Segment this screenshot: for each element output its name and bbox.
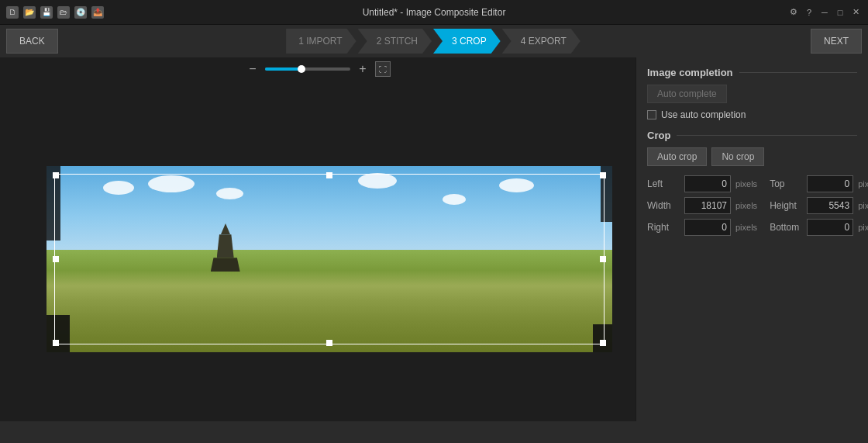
right-field-row: Right pixels [647, 219, 757, 236]
panorama-image [46, 166, 612, 352]
main-area: − + ⛶ [0, 57, 868, 421]
step-stitch[interactable]: 2 STITCH [358, 29, 432, 54]
maximize-icon[interactable]: □ [834, 6, 846, 19]
cloud-2 [148, 175, 195, 192]
close-icon[interactable]: ✕ [849, 6, 862, 19]
use-auto-completion-checkbox[interactable] [647, 110, 656, 119]
window-controls: ⚙ ? ─ □ ✕ [787, 6, 862, 19]
auto-crop-button[interactable]: Auto crop [647, 147, 707, 166]
mont-saint-michel [211, 223, 240, 272]
left-field-row: Left pixels [647, 175, 757, 192]
open-image-icon[interactable]: 🗁 [57, 6, 70, 19]
window-title: Untitled* - Image Composite Editor [363, 7, 506, 18]
base [211, 258, 240, 272]
bottom-input[interactable] [807, 219, 853, 236]
width-input[interactable] [684, 197, 731, 214]
cloud-4 [358, 173, 397, 189]
titlebar: 🗋 📂 💾 🗁 💿 📤 Untitled* - Image Composite … [0, 0, 868, 25]
dark-edge-bottom-left [46, 315, 70, 352]
step-import[interactable]: 1 IMPORT [286, 29, 356, 54]
left-input[interactable] [684, 175, 731, 192]
right-input[interactable] [684, 219, 731, 236]
height-label: Height [770, 200, 802, 211]
right-label: Right [647, 222, 680, 233]
settings-icon[interactable]: ⚙ [787, 6, 800, 19]
wizard-steps: 1 IMPORT 2 STITCH 3 CROP 4 EXPORT [286, 29, 582, 54]
step-export[interactable]: 4 EXPORT [502, 29, 580, 54]
zoom-in-button[interactable]: + [355, 61, 370, 77]
bottom-field-row: Bottom pixels [770, 219, 868, 236]
sky-layer [46, 166, 612, 250]
top-unit: pixels [858, 179, 868, 189]
save-icon[interactable]: 💿 [74, 6, 87, 19]
canvas-area: − + ⛶ [0, 57, 636, 421]
use-auto-completion-label: Use auto completion [661, 109, 746, 120]
left-unit: pixels [735, 179, 757, 189]
fit-to-window-button[interactable]: ⛶ [375, 61, 391, 77]
cloud-1 [103, 181, 134, 195]
width-unit: pixels [735, 201, 757, 210]
step-stitch-label: 2 STITCH [377, 36, 418, 47]
right-panel: Image completion Auto complete Use auto … [636, 57, 868, 421]
dark-edge-bottom-right [593, 324, 612, 352]
zoom-slider[interactable] [265, 67, 350, 71]
zoom-slider-thumb[interactable] [298, 65, 305, 73]
crop-fields: Left pixels Top pixels Width pixels [647, 175, 857, 236]
back-button[interactable]: BACK [6, 29, 58, 54]
zoom-toolbar: − + ⛶ [0, 57, 636, 81]
minimize-icon[interactable]: ─ [818, 6, 831, 19]
bottom-label: Bottom [770, 222, 802, 233]
crop-buttons: Auto crop No crop [647, 147, 857, 166]
top-field-row: Top pixels [770, 175, 868, 192]
titlebar-icons: 🗋 📂 💾 🗁 💿 📤 [6, 6, 104, 19]
step-crop[interactable]: 3 CROP [433, 29, 501, 54]
tower [217, 234, 234, 258]
cloud-5 [443, 194, 466, 205]
step-import-label: 1 IMPORT [298, 36, 342, 47]
save-as-icon[interactable]: 💾 [40, 6, 53, 19]
no-crop-button[interactable]: No crop [711, 147, 764, 166]
spire [221, 223, 230, 234]
open-project-icon[interactable]: 📂 [23, 6, 36, 19]
new-icon[interactable]: 🗋 [6, 6, 19, 19]
bottom-unit: pixels [858, 223, 868, 232]
ground-layer [46, 250, 612, 352]
export-icon[interactable]: 📤 [91, 6, 104, 19]
image-canvas [0, 81, 636, 421]
help-icon[interactable]: ? [803, 6, 815, 19]
top-label: Top [770, 178, 802, 189]
left-label: Left [647, 178, 680, 189]
height-field-row: Height pixels [770, 197, 868, 214]
step-crop-label: 3 CROP [452, 36, 487, 47]
next-button[interactable]: NEXT [811, 29, 862, 54]
right-unit: pixels [735, 223, 757, 232]
width-field-row: Width pixels [647, 197, 757, 214]
height-input[interactable] [807, 197, 853, 214]
panorama-container [31, 112, 628, 406]
use-auto-completion-row: Use auto completion [647, 109, 857, 120]
auto-complete-button[interactable]: Auto complete [647, 85, 727, 103]
image-completion-section-title: Image completion [647, 67, 857, 78]
dark-edge-top-right [601, 166, 612, 222]
step-export-label: 4 EXPORT [521, 36, 567, 47]
height-unit: pixels [858, 201, 868, 210]
top-input[interactable] [807, 175, 853, 192]
panorama-wrapper[interactable] [46, 166, 612, 352]
zoom-slider-fill [265, 67, 299, 71]
width-label: Width [647, 200, 680, 211]
crop-section-title: Crop [647, 130, 857, 141]
wizard-navigation: BACK 1 IMPORT 2 STITCH 3 CROP 4 EXPORT N… [0, 25, 868, 57]
dark-edge-top-left [46, 166, 60, 241]
zoom-out-button[interactable]: − [245, 61, 260, 77]
crop-section: Crop Auto crop No crop Left pixels Top p… [647, 130, 857, 236]
